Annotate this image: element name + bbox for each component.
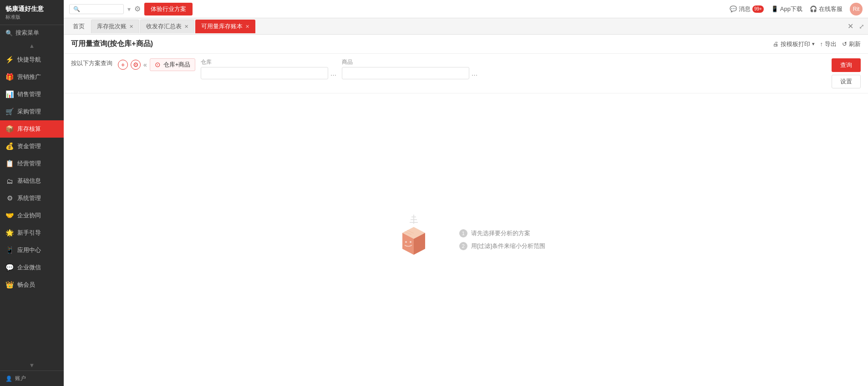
sidebar-item-shortcut[interactable]: ⚡ 快捷导航	[0, 51, 64, 68]
tab-available-account-label: 可用量库存账本	[201, 22, 243, 31]
sidebar-item-label: 营销推广	[17, 73, 41, 81]
tab-available-account-close-icon[interactable]: ✕	[245, 24, 249, 30]
sidebar-item-label: 基础信息	[17, 177, 41, 185]
sidebar-item-appstore[interactable]: 📱 应用中心	[0, 242, 64, 259]
sidebar-item-wechat[interactable]: 💬 企业微信	[0, 259, 64, 276]
purchase-icon: 🛒	[5, 108, 14, 116]
main-content: 🔍 ▾ ⚙ 体验行业方案 💬 消息 99+ 📱 App下载 🎧 在线客服 Rit	[64, 0, 868, 386]
sidebar-item-operation[interactable]: 📋 经营管理	[0, 155, 64, 172]
tab-receive-summary[interactable]: 收发存汇总表 ✕	[140, 20, 194, 33]
scroll-up-btn[interactable]: ▲	[0, 41, 64, 51]
svg-point-7	[405, 241, 407, 243]
tip-item-1: 1 请先选择要分析的方案	[459, 229, 545, 237]
product-input[interactable]	[342, 67, 469, 79]
headphone-icon: 🎧	[810, 5, 817, 12]
app-icon: 📱	[771, 5, 778, 12]
sidebar-item-system[interactable]: ⚙ 系统管理	[0, 190, 64, 207]
message-item[interactable]: 💬 消息 99+	[730, 5, 764, 13]
page-header: 可用量查询(按仓库+商品) 🖨 按模板打印 ▾ ↑ 导出 ↺ 刷新	[64, 35, 868, 54]
system-icon: ⚙	[5, 194, 14, 202]
page-actions: 🖨 按模板打印 ▾ ↑ 导出 ↺ 刷新	[773, 40, 861, 48]
shortcut-icon: ⚡	[5, 56, 14, 64]
print-template-button[interactable]: 🖨 按模板打印 ▾	[773, 40, 815, 48]
app-download-item[interactable]: 📱 App下载	[771, 5, 802, 13]
sidebar-item-purchase[interactable]: 🛒 采购管理	[0, 103, 64, 120]
sidebar-item-label: 经营管理	[17, 160, 41, 168]
tab-available-account[interactable]: 可用量库存账本 ✕	[195, 20, 255, 33]
print-dropdown-icon: ▾	[812, 41, 815, 47]
sidebar-item-sales[interactable]: 📊 销售管理	[0, 86, 64, 103]
topbar-search[interactable]: 🔍	[69, 4, 124, 14]
sidebar-item-finance[interactable]: 💰 资金管理	[0, 138, 64, 155]
edition-label: 标准版	[5, 14, 58, 20]
sidebar-item-enterprise[interactable]: 🤝 企业协同	[0, 207, 64, 224]
wechat-icon: 💬	[5, 263, 14, 272]
message-icon: 💬	[730, 5, 737, 12]
scheme-item-icon: ⊙	[155, 61, 161, 69]
content-area: 1 请先选择要分析的方案 2 用[过滤]条件来缩小分析范围	[64, 93, 868, 386]
user-avatar[interactable]: Rit	[850, 3, 863, 15]
scheme-collapse-button[interactable]: «	[143, 61, 147, 68]
sidebar-item-member[interactable]: 👑 畅会员	[0, 276, 64, 293]
message-label: 消息	[739, 5, 751, 13]
tab-batch-account[interactable]: 库存批次账 ✕	[91, 20, 139, 33]
sidebar-item-label: 企业微信	[17, 263, 41, 272]
finance-icon: 💰	[5, 142, 14, 150]
online-service-item[interactable]: 🎧 在线客服	[810, 5, 843, 13]
product-more-icon[interactable]: …	[471, 70, 477, 77]
sidebar-item-label: 企业协同	[17, 211, 41, 220]
query-button[interactable]: 查询	[832, 58, 861, 72]
tab-receive-summary-close-icon[interactable]: ✕	[184, 24, 188, 30]
tab-batch-account-close-icon[interactable]: ✕	[129, 24, 133, 30]
warehouse-more-icon[interactable]: …	[330, 70, 336, 77]
filter-area: 按以下方案查询 + ⚙ « ⊙ 仓库+商品 仓库 … 商品	[64, 54, 868, 93]
tab-expand-button[interactable]: ⤢	[859, 23, 864, 30]
user-name: Rit	[853, 6, 860, 12]
topbar-gear-icon[interactable]: ⚙	[134, 5, 141, 13]
svg-point-8	[410, 241, 411, 243]
sidebar-bottom[interactable]: 👤 账户	[0, 371, 64, 386]
sidebar-item-basic[interactable]: 🗂 基础信息	[0, 172, 64, 190]
refresh-icon: ↺	[842, 41, 847, 47]
scheme-item-warehouse-product[interactable]: ⊙ 仓库+商品	[150, 58, 196, 71]
marketing-icon: 🎁	[5, 73, 14, 81]
sidebar-item-marketing[interactable]: 🎁 营销推广	[0, 68, 64, 86]
sidebar-item-inventory[interactable]: 📦 库存核算	[0, 120, 64, 138]
print-icon: 🖨	[773, 41, 779, 47]
tab-receive-summary-label: 收发存汇总表	[146, 22, 182, 31]
sidebar-item-newbie[interactable]: 🌟 新手引导	[0, 224, 64, 242]
empty-state: 1 请先选择要分析的方案 2 用[过滤]条件来缩小分析范围	[386, 212, 545, 267]
scheme-item-label: 仓库+商品	[163, 61, 191, 69]
search-icon: 🔍	[5, 30, 13, 36]
member-icon: 👑	[5, 281, 14, 289]
tip-num-2: 2	[459, 242, 467, 250]
filter-schemes: + ⚙ « ⊙ 仓库+商品	[118, 58, 195, 71]
tab-close-all-button[interactable]: ✕	[845, 21, 856, 31]
scroll-down-btn[interactable]: ▼	[0, 360, 64, 371]
sidebar: 畅康通好生意 标准版 🔍 搜索菜单 ▲ ⚡ 快捷导航 🎁 营销推广 📊 销售管理…	[0, 0, 64, 386]
settings-button[interactable]: 设置	[832, 75, 861, 88]
tab-home-label: 首页	[73, 22, 85, 31]
industry-solution-button[interactable]: 体验行业方案	[144, 3, 193, 15]
tip-item-2: 2 用[过滤]条件来缩小分析范围	[459, 242, 545, 250]
topbar-dropdown-icon[interactable]: ▾	[127, 5, 131, 13]
scheme-add-button[interactable]: +	[118, 60, 128, 70]
tabs-row: 首页 库存批次账 ✕ 收发存汇总表 ✕ 可用量库存账本 ✕ ✕ ⤢	[64, 18, 868, 35]
basic-icon: 🗂	[5, 177, 14, 185]
sidebar-search[interactable]: 🔍 搜索菜单	[0, 25, 64, 41]
refresh-label: 刷新	[849, 40, 861, 48]
topbar-search-icon: 🔍	[73, 6, 80, 12]
tab-home[interactable]: 首页	[67, 20, 90, 33]
product-field-label: 商品	[342, 58, 477, 66]
page-title: 可用量查询(按仓库+商品)	[71, 39, 153, 49]
export-button[interactable]: ↑ 导出	[820, 40, 837, 48]
empty-illustration-svg	[386, 212, 441, 267]
warehouse-input[interactable]	[201, 67, 328, 79]
scheme-settings-button[interactable]: ⚙	[131, 60, 141, 70]
filter-label: 按以下方案查询	[71, 59, 112, 67]
sidebar-nav: ⚡ 快捷导航 🎁 营销推广 📊 销售管理 🛒 采购管理 📦 库存核算 💰 资金管…	[0, 51, 64, 360]
enterprise-icon: 🤝	[5, 211, 14, 220]
refresh-button[interactable]: ↺ 刷新	[842, 40, 861, 48]
sales-icon: 📊	[5, 90, 14, 98]
sidebar-item-label: 资金管理	[17, 142, 41, 150]
